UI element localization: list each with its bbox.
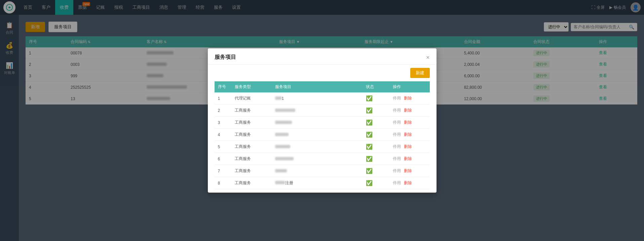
delete-button[interactable]: 删除 (404, 132, 412, 137)
status-check-icon: ✅ (366, 168, 373, 174)
status-check-icon: ✅ (366, 156, 373, 162)
modal-cell-action: 停用 删除 (389, 153, 430, 165)
stop-button[interactable]: 停用 (393, 108, 401, 113)
modal-header: 服务项目 × (208, 48, 437, 65)
stop-button[interactable]: 停用 (393, 120, 401, 125)
modal-cell-seq: 4 (215, 129, 231, 141)
modal-overlay[interactable]: 服务项目 × 新建 序号 服务类型 服务项目 状态 操作 (0, 0, 644, 241)
modal-table-row: 1 代理记账 1 ✅ 停用 删除 (215, 92, 430, 105)
modal-table-row: 8 工商服务 注册 ✅ 停用 删除 (215, 177, 430, 189)
modal-cell-type: 工商服务 (231, 177, 272, 189)
modal-cell-action: 停用 删除 (389, 165, 430, 177)
status-check-icon: ✅ (366, 108, 373, 113)
modal-cell-action: 停用 删除 (389, 105, 430, 117)
service-items-table: 序号 服务类型 服务项目 状态 操作 1 代理记账 1 ✅ (215, 81, 430, 189)
modal-cell-status: ✅ (363, 129, 389, 141)
modal-cell-item (272, 153, 363, 165)
stop-button[interactable]: 停用 (393, 168, 401, 173)
modal-cell-status: ✅ (363, 177, 389, 189)
stop-button[interactable]: 停用 (393, 156, 401, 161)
modal-cell-action: 停用 删除 (389, 117, 430, 129)
modal-table-row: 5 工商服务 ✅ 停用 删除 (215, 141, 430, 153)
modal-cell-type: 代理记账 (231, 92, 272, 105)
modal-col-item: 服务项目 (272, 81, 363, 92)
modal-cell-type: 工商服务 (231, 153, 272, 165)
modal-col-type: 服务类型 (231, 81, 272, 92)
stop-button[interactable]: 停用 (393, 132, 401, 137)
modal-table-row: 2 工商服务 ✅ 停用 删除 (215, 105, 430, 117)
stop-button[interactable]: 停用 (393, 144, 401, 149)
delete-button[interactable]: 删除 (404, 156, 412, 161)
modal-cell-type: 工商服务 (231, 165, 272, 177)
modal-col-status: 状态 (363, 81, 389, 92)
delete-button[interactable]: 删除 (404, 108, 412, 113)
modal-table-wrap[interactable]: 序号 服务类型 服务项目 状态 操作 1 代理记账 1 ✅ (215, 81, 430, 189)
modal-cell-seq: 2 (215, 105, 231, 117)
modal-cell-seq: 3 (215, 117, 231, 129)
status-check-icon: ✅ (366, 95, 373, 101)
modal-col-action: 操作 (389, 81, 430, 92)
modal-cell-status: ✅ (363, 105, 389, 117)
modal-cell-seq: 5 (215, 141, 231, 153)
modal-title: 服务项目 (215, 54, 236, 61)
modal-toolbar: 新建 (208, 65, 437, 81)
modal-cell-seq: 1 (215, 92, 231, 105)
modal-cell-item (272, 105, 363, 117)
status-check-icon: ✅ (366, 120, 373, 125)
modal-col-seq: 序号 (215, 81, 231, 92)
status-check-icon: ✅ (366, 144, 373, 150)
status-check-icon: ✅ (366, 180, 373, 186)
modal-cell-status: ✅ (363, 92, 389, 105)
modal-table-row: 4 工商服务 ✅ 停用 删除 (215, 129, 430, 141)
modal-body: 序号 服务类型 服务项目 状态 操作 1 代理记账 1 ✅ (208, 81, 437, 193)
modal-cell-item: 1 (272, 92, 363, 105)
modal-table-row: 6 工商服务 ✅ 停用 删除 (215, 153, 430, 165)
stop-button[interactable]: 停用 (393, 96, 401, 101)
modal-cell-type: 工商服务 (231, 141, 272, 153)
delete-button[interactable]: 删除 (404, 96, 412, 101)
modal-cell-type: 工商服务 (231, 105, 272, 117)
modal-cell-item (272, 165, 363, 177)
modal-cell-action: 停用 删除 (389, 92, 430, 105)
modal-close-button[interactable]: × (426, 54, 430, 61)
delete-button[interactable]: 删除 (404, 144, 412, 149)
service-modal: 服务项目 × 新建 序号 服务类型 服务项目 状态 操作 (208, 48, 437, 193)
modal-cell-status: ✅ (363, 117, 389, 129)
status-check-icon: ✅ (366, 132, 373, 137)
modal-cell-status: ✅ (363, 165, 389, 177)
modal-cell-item: 注册 (272, 177, 363, 189)
modal-cell-status: ✅ (363, 141, 389, 153)
modal-cell-item (272, 117, 363, 129)
modal-cell-seq: 6 (215, 153, 231, 165)
modal-cell-item (272, 129, 363, 141)
modal-cell-action: 停用 删除 (389, 177, 430, 189)
modal-cell-type: 工商服务 (231, 117, 272, 129)
modal-cell-action: 停用 删除 (389, 141, 430, 153)
modal-cell-action: 停用 删除 (389, 129, 430, 141)
modal-cell-seq: 8 (215, 177, 231, 189)
stop-button[interactable]: 停用 (393, 180, 401, 185)
delete-button[interactable]: 删除 (404, 120, 412, 125)
modal-table-row: 3 工商服务 ✅ 停用 删除 (215, 117, 430, 129)
modal-new-button[interactable]: 新建 (410, 68, 430, 78)
modal-cell-type: 工商服务 (231, 129, 272, 141)
modal-table-row: 7 工商服务 ✅ 停用 删除 (215, 165, 430, 177)
delete-button[interactable]: 删除 (404, 180, 412, 185)
delete-button[interactable]: 删除 (404, 168, 412, 173)
modal-cell-status: ✅ (363, 153, 389, 165)
modal-cell-item (272, 141, 363, 153)
modal-cell-seq: 7 (215, 165, 231, 177)
